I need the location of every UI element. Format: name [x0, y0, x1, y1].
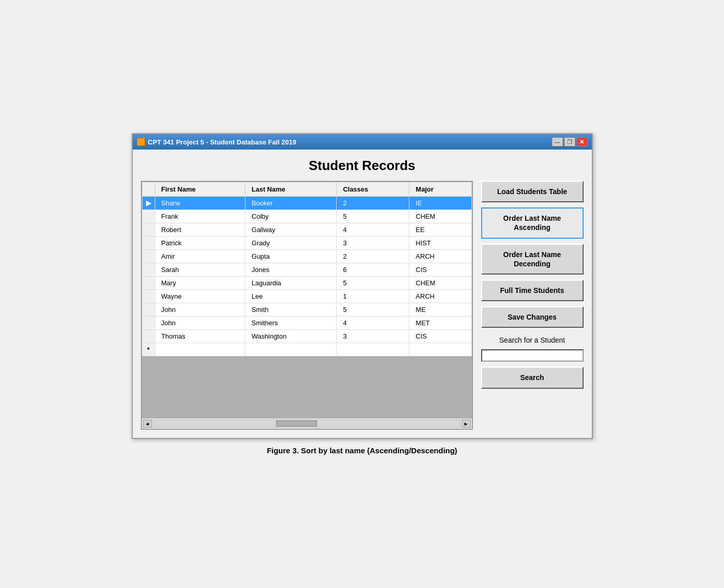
- row-selector: [142, 277, 155, 290]
- cell-first: John: [155, 317, 245, 330]
- table-row[interactable]: SarahJones6CIS: [142, 263, 471, 277]
- new-row[interactable]: *: [142, 343, 471, 356]
- cell-major: EE: [409, 223, 471, 237]
- table-row[interactable]: JohnSmith5ME: [142, 303, 471, 317]
- col-lastname: Last Name: [245, 182, 337, 197]
- cell-first: Robert: [155, 223, 245, 237]
- table-row[interactable]: RobertGallway4EE: [142, 223, 471, 237]
- cell-first: Mary: [155, 277, 245, 290]
- title-bar-left: CPT 341 Project 5 - Student Database Fal…: [137, 138, 297, 146]
- main-window: CPT 341 Project 5 - Student Database Fal…: [132, 133, 593, 439]
- scroll-track[interactable]: [153, 419, 461, 428]
- new-row-cell: [245, 343, 337, 356]
- cell-major: ME: [409, 303, 471, 317]
- cell-last: Booker: [245, 197, 337, 210]
- col-classes: Classes: [337, 182, 409, 197]
- order-desc-button[interactable]: Order Last Name Decending: [481, 244, 584, 275]
- scroll-left-arrow[interactable]: ◄: [143, 419, 152, 428]
- cell-first: Patrick: [155, 237, 245, 250]
- row-selector: [142, 317, 155, 330]
- cell-first: Amir: [155, 250, 245, 263]
- table-row[interactable]: FrankColby5CHEM: [142, 210, 471, 223]
- cell-major: CIS: [409, 263, 471, 277]
- row-selector: ▶: [142, 197, 155, 210]
- save-changes-button[interactable]: Save Changes: [481, 306, 584, 328]
- cell-last: Grady: [245, 237, 337, 250]
- close-button[interactable]: ✕: [576, 137, 588, 146]
- title-bar-controls: — ❐ ✕: [552, 137, 588, 146]
- new-row-symbol: *: [142, 343, 155, 356]
- load-students-button[interactable]: Load Students Table: [481, 181, 584, 202]
- app-icon: [137, 138, 145, 146]
- row-selector: [142, 263, 155, 277]
- col-selector: [142, 182, 155, 197]
- table-row[interactable]: WayneLee1ARCH: [142, 290, 471, 303]
- main-content: First Name Last Name Classes Major ▶Shan…: [141, 181, 584, 430]
- cell-major: HIST: [409, 237, 471, 250]
- restore-button[interactable]: ❐: [564, 137, 575, 146]
- row-selector: [142, 330, 155, 343]
- cell-classes: 6: [337, 263, 409, 277]
- table-row[interactable]: AmirGupta2ARCH: [142, 250, 471, 263]
- cell-major: ARCH: [409, 290, 471, 303]
- full-time-students-button[interactable]: Full Time Students: [481, 280, 584, 301]
- row-selector: [142, 250, 155, 263]
- row-selector: [142, 237, 155, 250]
- table-area: First Name Last Name Classes Major ▶Shan…: [141, 181, 473, 430]
- scroll-right-arrow[interactable]: ►: [462, 419, 471, 428]
- search-label: Search for a Student: [481, 336, 584, 344]
- new-row-cell: [155, 343, 245, 356]
- cell-classes: 3: [337, 237, 409, 250]
- table-row[interactable]: JohnSmithers4MET: [142, 317, 471, 330]
- cell-major: MET: [409, 317, 471, 330]
- cell-last: Gallway: [245, 223, 337, 237]
- cell-classes: 1: [337, 290, 409, 303]
- cell-classes: 5: [337, 277, 409, 290]
- row-selector: [142, 290, 155, 303]
- scroll-thumb[interactable]: [276, 421, 317, 427]
- table-header-row: First Name Last Name Classes Major: [142, 182, 471, 197]
- cell-major: CHEM: [409, 277, 471, 290]
- figure-caption: Figure 3. Sort by last name (Ascending/D…: [267, 446, 458, 455]
- row-selector: [142, 210, 155, 223]
- cell-last: Colby: [245, 210, 337, 223]
- table-row[interactable]: ▶ShaneBooker2IE: [142, 197, 471, 210]
- cell-major: ARCH: [409, 250, 471, 263]
- cell-last: Lee: [245, 290, 337, 303]
- order-asc-button[interactable]: Order Last Name Ascending: [481, 207, 584, 238]
- cell-major: IE: [409, 197, 471, 210]
- window-body: Student Records First Name Last Name Cla…: [133, 150, 592, 438]
- search-button[interactable]: Search: [481, 367, 584, 388]
- cell-classes: 4: [337, 317, 409, 330]
- horizontal-scrollbar[interactable]: ◄ ►: [142, 418, 472, 429]
- cell-last: Laguardia: [245, 277, 337, 290]
- grey-area: [142, 356, 472, 418]
- cell-classes: 2: [337, 197, 409, 210]
- table-row[interactable]: PatrickGrady3HIST: [142, 237, 471, 250]
- search-input[interactable]: [481, 349, 584, 362]
- cell-classes: 2: [337, 250, 409, 263]
- cell-first: Shane: [155, 197, 245, 210]
- cell-last: Washington: [245, 330, 337, 343]
- cell-classes: 5: [337, 303, 409, 317]
- row-selector: [142, 303, 155, 317]
- row-selector: [142, 223, 155, 237]
- cell-classes: 4: [337, 223, 409, 237]
- title-bar: CPT 341 Project 5 - Student Database Fal…: [133, 134, 592, 150]
- student-table: First Name Last Name Classes Major ▶Shan…: [142, 182, 472, 356]
- sidebar: Load Students Table Order Last Name Asce…: [481, 181, 584, 389]
- cell-first: John: [155, 303, 245, 317]
- cell-last: Smith: [245, 303, 337, 317]
- table-row[interactable]: ThomasWashington3CIS: [142, 330, 471, 343]
- cell-major: CHEM: [409, 210, 471, 223]
- cell-classes: 5: [337, 210, 409, 223]
- cell-last: Gupta: [245, 250, 337, 263]
- cell-first: Wayne: [155, 290, 245, 303]
- cell-first: Sarah: [155, 263, 245, 277]
- table-row[interactable]: MaryLaguardia5CHEM: [142, 277, 471, 290]
- cell-classes: 3: [337, 330, 409, 343]
- cell-last: Smithers: [245, 317, 337, 330]
- minimize-button[interactable]: —: [552, 137, 563, 146]
- cell-major: CIS: [409, 330, 471, 343]
- new-row-cell: [409, 343, 471, 356]
